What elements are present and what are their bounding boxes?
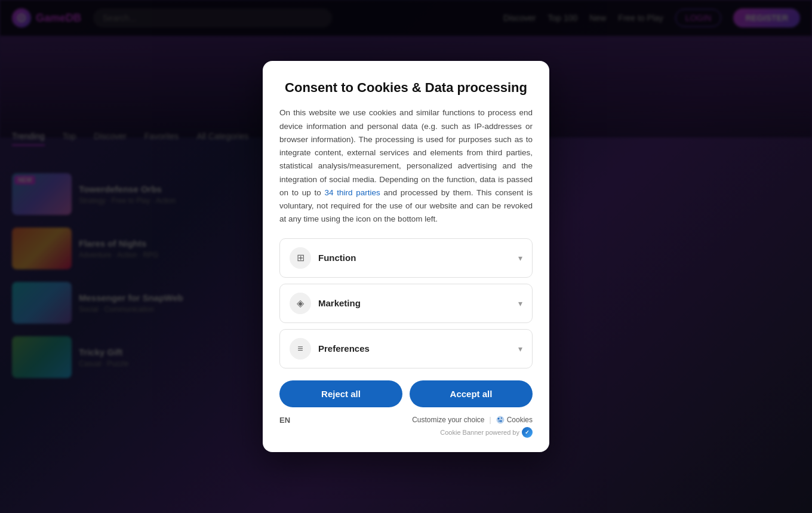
consent-modal: Consent to Cookies & Data processing On … [263, 61, 549, 451]
chevron-down-icon: ▾ [518, 253, 522, 263]
accept-all-button[interactable]: Accept all [410, 380, 533, 407]
preferences-label: Preferences [318, 343, 370, 354]
function-icon: ⊞ [290, 247, 311, 269]
powered-logo: ✓ [522, 427, 533, 438]
section-left: ≡ Preferences [290, 338, 370, 360]
footer-links: Customize your choice | Cookies [412, 416, 533, 424]
modal-description: On this website we use cookies and simil… [279, 106, 533, 226]
modal-title: Consent to Cookies & Data processing [279, 80, 533, 96]
cookies-icon [496, 416, 505, 424]
reject-all-button[interactable]: Reject all [279, 380, 402, 407]
preferences-icon: ≡ [290, 338, 311, 360]
section-left: ⊞ Function [290, 247, 356, 269]
svg-point-4 [501, 417, 502, 419]
marketing-section[interactable]: ◈ Marketing ▾ [279, 284, 533, 323]
customize-choice-link[interactable]: Customize your choice [412, 416, 484, 424]
function-section[interactable]: ⊞ Function ▾ [279, 238, 533, 278]
third-parties-link[interactable]: 34 third parties [324, 188, 380, 197]
marketing-label: Marketing [318, 298, 361, 308]
marketing-icon: ◈ [290, 293, 311, 314]
function-label: Function [318, 253, 356, 263]
chevron-down-icon: ▾ [518, 299, 522, 308]
section-left: ◈ Marketing [290, 293, 361, 314]
language-selector[interactable]: EN [279, 416, 290, 425]
svg-point-2 [497, 416, 504, 423]
powered-by: Cookie Banner powered by ✓ [279, 427, 533, 438]
modal-overlay: Consent to Cookies & Data processing On … [0, 0, 812, 513]
modal-footer: EN Customize your choice | Cookies [279, 416, 533, 425]
chevron-down-icon: ▾ [518, 344, 522, 354]
svg-point-5 [500, 420, 502, 422]
cookies-link[interactable]: Cookies [496, 416, 533, 424]
preferences-section[interactable]: ≡ Preferences ▾ [279, 329, 533, 368]
svg-point-3 [497, 418, 499, 420]
button-row: Reject all Accept all [279, 380, 533, 407]
footer-separator: | [490, 416, 491, 424]
svg-point-6 [499, 420, 500, 422]
